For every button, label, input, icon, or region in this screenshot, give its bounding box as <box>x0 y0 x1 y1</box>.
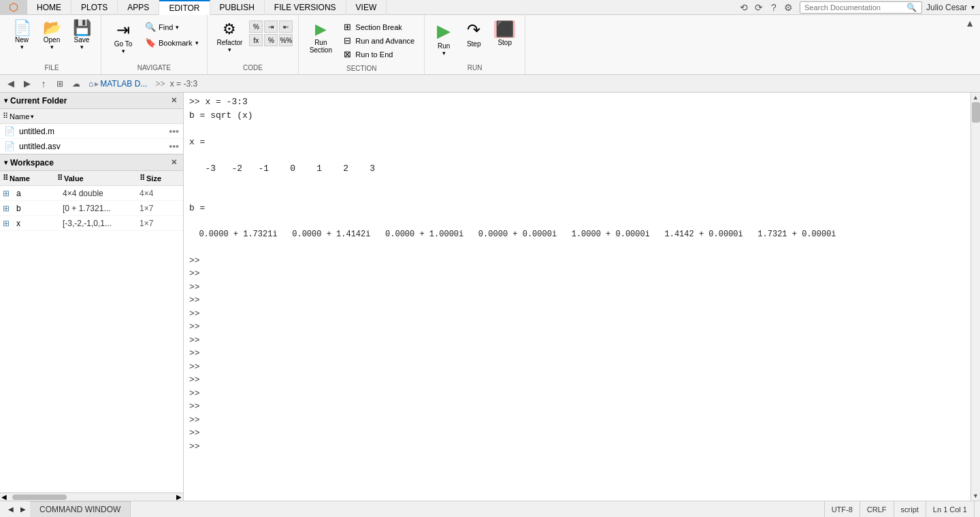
workspace-row-a[interactable]: ⊞ a 4×4 double 4×4 <box>0 186 183 201</box>
ws-var-name-x: x <box>16 219 60 228</box>
bookmark-button[interactable]: 🔖 Bookmark ▾ <box>142 36 201 49</box>
tab-apps[interactable]: APPS <box>118 0 159 15</box>
ws-value-header-label: Value <box>64 174 84 183</box>
breadcrumb-folder[interactable]: MATLAB D... <box>100 79 147 89</box>
help-btn[interactable]: ? <box>767 1 781 14</box>
cmd-line-b-values: 0.0000 + 1.7321i 0.0000 + 1.4142i 0.0000… <box>189 228 965 240</box>
ws-size-col-header[interactable]: ⠿ Size <box>140 174 180 183</box>
redo-btn[interactable]: ⟳ <box>752 1 766 14</box>
hscroll-right-btn[interactable]: ▶ <box>175 493 183 501</box>
search-documentation-box[interactable]: 🔍 <box>800 1 922 14</box>
list-item[interactable]: 📄 untitled.m ••• <box>0 124 183 139</box>
run-advance-button[interactable]: ⊟ Run and Advance <box>340 34 419 47</box>
outdent-btn[interactable]: ⇤ <box>279 20 293 33</box>
cmd-prompt-6: >> <box>189 320 965 334</box>
hscroll-left-arrow[interactable]: ◀ <box>5 505 16 513</box>
current-folder-title: Current Folder <box>10 96 165 106</box>
file-dots-untitled-asv[interactable]: ••• <box>169 141 179 152</box>
file-name-untitled-m: untitled.m <box>19 127 165 136</box>
back-btn[interactable]: ◀ <box>4 77 18 91</box>
workspace-row-b[interactable]: ⊞ b [0 + 1.7321... 1×7 <box>0 201 183 216</box>
ws-var-name-a: a <box>16 189 60 198</box>
ws-var-size-a: 4×4 <box>140 189 180 198</box>
fx-btn[interactable]: fx <box>249 34 263 46</box>
find-button[interactable]: 🔍 Find ▾ <box>142 20 201 33</box>
run-button[interactable]: ▶ Run ▾ <box>430 18 457 59</box>
ribbon-collapse-btn[interactable]: ▲ <box>965 18 975 29</box>
save-button[interactable]: 💾 Save ▾ <box>68 18 95 53</box>
goto-button[interactable]: ⇥ Go To ▾ <box>107 18 140 57</box>
step-button[interactable]: ↷ Step <box>460 18 487 50</box>
ws-name-col-header[interactable]: ⠿ Name <box>3 174 57 183</box>
refresh-btn[interactable]: ⊞ <box>53 77 67 91</box>
ribbon-code-content: ⚙ Refactor ▾ % ⇥ ⇤ fx % %% <box>213 18 293 63</box>
section-break-label: Section Break <box>355 23 402 31</box>
section-break-button[interactable]: ⊞ Section Break <box>340 20 419 33</box>
cmd-line-blank4 <box>189 189 965 202</box>
ws-var-size-b: 1×7 <box>140 204 180 213</box>
tab-view[interactable]: VIEW <box>346 0 387 15</box>
run-section-button[interactable]: ▶ RunSection <box>304 18 337 57</box>
folder-expand-icon[interactable]: ▾ <box>4 97 7 104</box>
undo-btn[interactable]: ⟲ <box>737 1 751 14</box>
tab-home[interactable]: HOME <box>27 0 71 15</box>
settings-btn[interactable]: ⚙ <box>782 1 796 14</box>
tab-plots[interactable]: PLOTS <box>71 0 118 15</box>
up-btn[interactable]: ↑ <box>37 77 50 91</box>
command-output[interactable]: >> x = -3:3 b = sqrt (x) x = -3 -2 -1 0 … <box>184 93 970 501</box>
file-dots-untitled-m[interactable]: ••• <box>169 126 179 137</box>
new-button[interactable]: 📄 New ▾ <box>8 18 35 53</box>
name-header-label: Name <box>10 112 29 121</box>
ribbon-run-content: ▶ Run ▾ ↷ Step ⬛ Stop <box>430 18 519 63</box>
forward-btn[interactable]: ▶ <box>20 77 34 91</box>
ribbon-group-code: ⚙ Refactor ▾ % ⇥ ⇤ fx % %% CODE <box>208 15 299 74</box>
uncomment-btn[interactable]: %% <box>279 34 293 46</box>
search-documentation-input[interactable] <box>804 3 906 12</box>
run-chevron-icon: ▾ <box>442 50 446 57</box>
percent-btn[interactable]: % <box>249 20 263 33</box>
vscroll-down-btn[interactable]: ▼ <box>971 491 981 501</box>
ws-size-header-label: Size <box>146 174 161 183</box>
refactor-button[interactable]: ⚙ Refactor ▾ <box>213 18 247 56</box>
hscroll-thumb[interactable] <box>12 495 67 500</box>
stop-button[interactable]: ⬛ Stop <box>490 18 519 49</box>
name-column-header[interactable]: ⠿ Name ▾ <box>3 112 161 121</box>
indent-btn[interactable]: ⇥ <box>264 20 278 33</box>
hscroll-right-arrow[interactable]: ▶ <box>19 505 27 513</box>
vertical-scrollbar[interactable]: ▲ ▼ <box>970 93 980 501</box>
toolbar-bar: ◀ ▶ ↑ ⊞ ☁ ⌂ ▸ MATLAB D... >> x = -3:3 <box>0 75 980 93</box>
ribbon-group-file: 📄 New ▾ 📂 Open ▾ 💾 Save ▾ FILE <box>3 15 101 74</box>
workspace-close-btn[interactable]: ✕ <box>168 157 179 168</box>
workspace-rows: ⊞ a 4×4 double 4×4 ⊞ b [0 + 1.7321... 1×… <box>0 186 183 231</box>
list-item[interactable]: 📄 untitled.asv ••• <box>0 139 183 154</box>
tab-file-versions[interactable]: FILE VERSIONS <box>265 0 346 15</box>
workspace-panel: ▾ Workspace ✕ ⠿ Name ⠿ Value ⠿ Size <box>0 154 183 501</box>
file-name-untitled-asv: untitled.asv <box>19 142 165 151</box>
folder-close-btn[interactable]: ✕ <box>168 95 179 106</box>
ribbon-file-content: 📄 New ▾ 📂 Open ▾ 💾 Save ▾ <box>8 18 95 63</box>
open-button[interactable]: 📂 Open ▾ <box>38 18 65 53</box>
cmd-prompt-12: >> <box>189 400 965 413</box>
command-window-tab[interactable]: COMMAND WINDOW <box>30 501 131 518</box>
new-chevron-icon: ▾ <box>20 44 24 50</box>
comment-btn[interactable]: % <box>264 34 278 46</box>
tab-editor[interactable]: EDITOR <box>159 0 210 15</box>
run-to-end-button[interactable]: ⊠ Run to End <box>340 48 419 61</box>
ws-var-size-x: 1×7 <box>140 219 180 228</box>
vscroll-up-btn[interactable]: ▲ <box>971 93 981 102</box>
left-panel-hscroll[interactable]: ◀ ▶ <box>0 492 183 501</box>
cmd-line-blank1 <box>189 122 965 136</box>
ws-var-value-x: [-3,-2,-1,0,1... <box>63 219 137 228</box>
cloud-btn[interactable]: ☁ <box>69 77 83 91</box>
workspace-row-x[interactable]: ⊞ x [-3,-2,-1,0,1... 1×7 <box>0 216 183 231</box>
vscroll-track[interactable] <box>971 102 981 491</box>
tab-publish[interactable]: PUBLISH <box>210 0 265 15</box>
workspace-header: ▾ Workspace ✕ <box>0 155 183 171</box>
hscroll-left-btn[interactable]: ◀ <box>0 493 8 501</box>
user-chevron-icon[interactable]: ▾ <box>971 3 975 11</box>
position-status: Ln 1 Col 1 <box>926 501 975 518</box>
ws-value-col-header[interactable]: ⠿ Value <box>57 174 140 183</box>
vscroll-thumb[interactable] <box>972 102 980 123</box>
home-icon[interactable]: ⌂ <box>88 79 93 89</box>
workspace-expand-icon[interactable]: ▾ <box>4 159 7 166</box>
